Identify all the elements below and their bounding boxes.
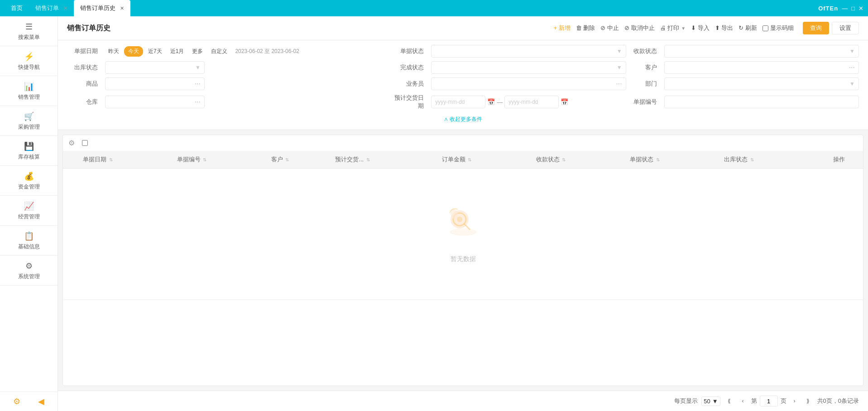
date-btn-1month[interactable]: 近1月 xyxy=(167,46,187,57)
page-title: 销售订单历史 xyxy=(67,24,110,39)
refresh-btn[interactable]: ↻ 刷新 xyxy=(739,24,757,32)
sidebar-item-purchase-mgmt[interactable]: 🛒 采购管理 xyxy=(0,106,58,136)
per-page-select[interactable]: 50 ▼ xyxy=(701,396,720,406)
first-page-btn[interactable]: ⟪ xyxy=(724,396,735,406)
last-page-btn[interactable]: ⟫ xyxy=(803,396,814,406)
date-btn-more[interactable]: 更多 xyxy=(189,46,206,57)
export-btn[interactable]: ⬆ 导出 xyxy=(715,24,734,32)
tab-sales-order[interactable]: 销售订单 ✕ xyxy=(29,0,74,16)
new-btn[interactable]: + 新增 xyxy=(554,24,571,32)
select-all-checkbox[interactable] xyxy=(82,140,88,146)
dept-select[interactable]: ▼ xyxy=(664,77,859,90)
th-date[interactable]: 单据日期 ⇅ xyxy=(79,151,173,169)
expected-date-end[interactable]: yyyy-mm-dd xyxy=(504,96,559,108)
sidebar-item-quick-nav[interactable]: ⚡ 快捷导航 xyxy=(0,46,58,76)
empty-state: 暂无数据 xyxy=(63,169,863,300)
payment-status-select[interactable]: ▼ xyxy=(664,45,859,58)
th-customer[interactable]: 客户 ⇅ xyxy=(268,151,332,169)
date-btn-yesterday[interactable]: 昨天 xyxy=(105,46,122,57)
prev-page-btn[interactable]: ‹ xyxy=(738,396,748,406)
dept-label: 部门 xyxy=(626,80,662,88)
sidebar-item-label-search: 搜索菜单 xyxy=(18,34,40,41)
th-amount-sort[interactable]: ⇅ xyxy=(468,157,471,162)
customer-label: 客户 xyxy=(626,63,662,72)
sidebar-item-label-quick-nav: 快捷导航 xyxy=(18,63,40,71)
th-select xyxy=(63,151,79,169)
th-expected-date-label: 预计交货... xyxy=(335,156,364,163)
sidebar-item-base-info[interactable]: 📋 基础信息 xyxy=(0,226,58,256)
date-btn-7days[interactable]: 近7天 xyxy=(145,46,165,57)
th-payment-sort[interactable]: ⇅ xyxy=(562,157,566,162)
customer-input[interactable]: ··· xyxy=(664,61,859,74)
expected-date-start[interactable]: yyyy-mm-dd xyxy=(431,96,485,108)
import-btn[interactable]: ⬇ 导入 xyxy=(691,24,710,32)
tab-history-close[interactable]: ✕ xyxy=(120,5,124,11)
th-delivery-status[interactable]: 出库状态 ⇅ xyxy=(720,151,815,169)
stop-btn[interactable]: ⊘ 中止 xyxy=(600,24,619,32)
tab-home[interactable]: 首页 xyxy=(5,0,29,16)
th-delivery-status-label: 出库状态 xyxy=(724,156,748,163)
th-expected-sort[interactable]: ⇅ xyxy=(366,157,370,162)
close-btn[interactable]: ✕ xyxy=(858,5,863,12)
sidebar-collapse-icon[interactable]: ◀ xyxy=(38,396,44,406)
next-page-btn[interactable]: › xyxy=(789,396,800,406)
th-customer-sort[interactable]: ⇅ xyxy=(285,157,289,162)
warehouse-dots-icon: ··· xyxy=(195,98,201,106)
print-btn[interactable]: 🖨 打印 ▼ xyxy=(660,24,686,32)
page-label: 页 xyxy=(781,397,786,405)
page-prefix: 第 xyxy=(751,397,757,405)
th-date-label: 单据日期 xyxy=(83,156,106,163)
order-no-input[interactable] xyxy=(664,96,859,108)
sidebar-item-sys-mgmt[interactable]: ⚙ 系统管理 xyxy=(0,256,58,285)
salesman-input[interactable]: ··· xyxy=(431,77,626,90)
warehouse-input[interactable]: ··· xyxy=(105,96,205,108)
display-cols-checkbox[interactable] xyxy=(762,25,768,31)
th-date-sort[interactable]: ⇅ xyxy=(109,157,113,162)
tab-sales-order-close[interactable]: ✕ xyxy=(63,5,67,11)
th-amount-label: 订单金额 xyxy=(442,156,465,163)
th-order-no[interactable]: 单据编号 ⇅ xyxy=(173,151,268,169)
page-input[interactable] xyxy=(760,396,778,406)
sidebar-item-sales-mgmt[interactable]: 📊 销售管理 xyxy=(0,76,58,106)
sidebar-item-search-menu[interactable]: ☰ 搜索菜单 xyxy=(0,16,58,46)
display-cols-toggle[interactable]: 显示码细 xyxy=(762,24,794,32)
display-cols-label: 显示码细 xyxy=(770,24,794,32)
date-range-btns: 昨天 今天 近7天 近1月 更多 自定义 xyxy=(105,46,230,57)
th-expected-date[interactable]: 预计交货... ⇅ xyxy=(331,151,438,169)
sidebar-item-finance[interactable]: 💰 资金管理 xyxy=(0,166,58,196)
th-order-no-sort[interactable]: ⇅ xyxy=(203,157,206,162)
tab-sales-order-history[interactable]: 销售订单历史 ✕ xyxy=(74,0,130,16)
tab-sales-order-label: 销售订单 xyxy=(35,4,59,12)
th-amount[interactable]: 订单金额 ⇅ xyxy=(438,151,532,169)
filter-row-4: 仓库 ··· 预计交货日期 yyyy-mm-dd 📅 — xyxy=(67,94,859,110)
th-delivery-sort[interactable]: ⇅ xyxy=(750,157,754,162)
delete-btn[interactable]: 🗑 删除 xyxy=(576,24,595,32)
cancel-stop-btn[interactable]: ⊘ 取消中止 xyxy=(624,24,655,32)
delivery-status-select[interactable]: ▼ xyxy=(105,61,205,74)
calendar-start-icon[interactable]: 📅 xyxy=(487,98,495,106)
sidebar-item-operations[interactable]: 📈 经营管理 xyxy=(0,196,58,226)
order-status-select[interactable]: ▼ xyxy=(431,45,626,58)
calendar-end-icon[interactable]: 📅 xyxy=(561,98,568,106)
date-btn-today[interactable]: 今天 xyxy=(124,46,143,57)
expected-date-end-placeholder: yyyy-mm-dd xyxy=(508,99,538,105)
empty-icon xyxy=(441,196,486,250)
date-btn-custom[interactable]: 自定义 xyxy=(208,46,230,57)
salesman-dots-icon: ··· xyxy=(616,80,622,88)
complete-status-select[interactable]: ▼ xyxy=(431,61,626,74)
order-no-filter: 单据编号 xyxy=(626,96,859,108)
payment-status-label: 收款状态 xyxy=(626,47,662,55)
th-order-status[interactable]: 单据状态 ⇅ xyxy=(626,151,720,169)
th-order-status-sort[interactable]: ⇅ xyxy=(656,157,660,162)
th-action: 操作 xyxy=(815,151,863,169)
table-settings-icon[interactable]: ⚙ xyxy=(68,139,75,147)
th-payment-status[interactable]: 收款状态 ⇅ xyxy=(532,151,627,169)
settings-btn[interactable]: 设置 xyxy=(832,22,859,34)
collapse-more-btn[interactable]: ∧ 收起更多条件 xyxy=(67,114,859,125)
query-btn[interactable]: 查询 xyxy=(803,22,829,34)
sidebar-item-inventory[interactable]: 💾 库存核算 xyxy=(0,136,58,166)
product-input[interactable]: ··· xyxy=(105,77,205,90)
maximize-btn[interactable]: □ xyxy=(851,5,855,12)
minimize-btn[interactable]: — xyxy=(842,5,848,12)
sidebar-settings-icon[interactable]: ⚙ xyxy=(13,396,20,406)
